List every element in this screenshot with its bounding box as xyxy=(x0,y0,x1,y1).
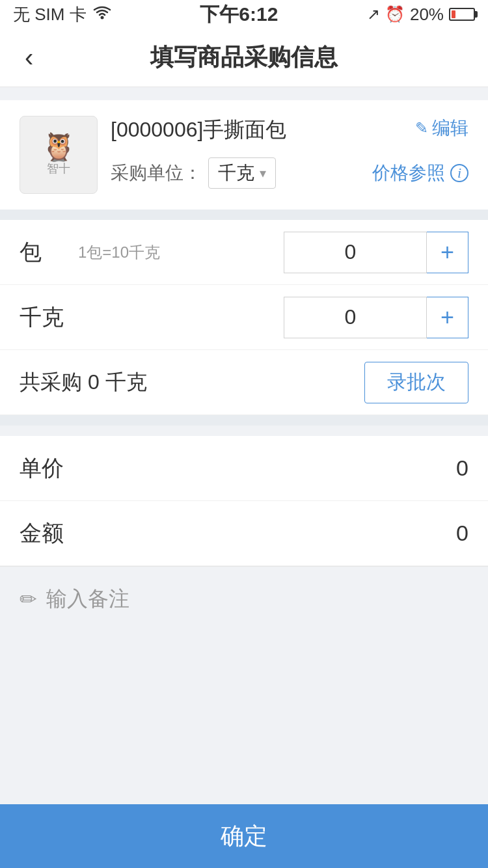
back-button[interactable]: ‹ xyxy=(18,36,40,79)
battery-icon xyxy=(449,8,475,21)
status-time: 下午6:12 xyxy=(200,1,278,28)
edit-button[interactable]: ✎ 编辑 xyxy=(415,116,468,141)
bag-sub-label: 1包=10千克 xyxy=(78,242,284,263)
product-info: [0000006]手撕面包 ✎ 编辑 采购单位： 千克 ▾ 价格参照 i xyxy=(111,116,468,189)
chevron-down-icon: ▾ xyxy=(260,165,266,181)
price-section: 单价 0 金额 0 xyxy=(0,436,488,566)
section-divider-1 xyxy=(0,210,488,220)
content-fill xyxy=(0,632,488,827)
unit-price-label: 单价 xyxy=(20,454,64,483)
confirm-label: 确定 xyxy=(221,821,267,852)
input-section: 包 1包=10千克 + 千克 + 共采购 0 千克 录批次 xyxy=(0,220,488,415)
kg-field-wrapper: + xyxy=(284,297,468,338)
nav-bar: ‹ 填写商品采购信息 xyxy=(0,29,488,87)
bag-input[interactable] xyxy=(284,232,427,273)
edit-label: 编辑 xyxy=(432,116,468,141)
unit-label: 采购单位： xyxy=(111,161,202,185)
product-header: [0000006]手撕面包 ✎ 编辑 xyxy=(111,116,468,144)
product-unit-row: 采购单位： 千克 ▾ 价格参照 i xyxy=(111,157,468,189)
remark-placeholder: 输入备注 xyxy=(46,585,129,614)
total-row: 共采购 0 千克 录批次 xyxy=(0,350,488,415)
bag-label: 包 xyxy=(20,237,72,267)
unit-value: 千克 xyxy=(218,161,254,185)
kg-label: 千克 xyxy=(20,303,72,332)
edit-icon: ✎ xyxy=(415,119,428,137)
kg-input[interactable] xyxy=(284,297,427,338)
no-sim-text: 无 SIM 卡 xyxy=(13,3,87,26)
product-image: 🦉 智十 xyxy=(20,116,98,194)
remark-section[interactable]: ✏ 输入备注 xyxy=(0,566,488,632)
bag-plus-button[interactable]: + xyxy=(427,232,468,273)
status-left: 无 SIM 卡 xyxy=(13,3,111,26)
info-icon: i xyxy=(450,164,468,182)
wifi-icon xyxy=(93,5,111,25)
section-divider-2 xyxy=(0,415,488,426)
alarm-icon: ⏰ xyxy=(385,5,405,23)
product-logo: 🦉 xyxy=(42,133,75,161)
amount-row: 金额 0 xyxy=(0,501,488,566)
svg-point-0 xyxy=(100,16,103,19)
bag-field-wrapper: + xyxy=(284,232,468,273)
price-ref-label: 价格参照 xyxy=(372,161,445,185)
batch-button[interactable]: 录批次 xyxy=(364,362,468,403)
product-logo-sub: 智十 xyxy=(42,161,75,176)
amount-label: 金额 xyxy=(20,519,64,549)
page-title: 填写商品采购信息 xyxy=(150,42,338,74)
unit-select[interactable]: 千克 ▾ xyxy=(208,157,276,189)
status-right: ↗ ⏰ 20% xyxy=(367,5,475,25)
unit-price-value: 0 xyxy=(456,455,468,481)
confirm-button[interactable]: 确定 xyxy=(0,804,488,868)
location-icon: ↗ xyxy=(367,5,380,23)
amount-value: 0 xyxy=(456,521,468,546)
total-text: 共采购 0 千克 xyxy=(20,368,147,397)
product-name: [0000006]手撕面包 xyxy=(111,116,286,144)
status-bar: 无 SIM 卡 下午6:12 ↗ ⏰ 20% xyxy=(0,0,488,29)
unit-price-row: 单价 0 xyxy=(0,436,488,501)
price-ref-button[interactable]: 价格参照 i xyxy=(372,161,468,185)
kg-plus-button[interactable]: + xyxy=(427,297,468,338)
kg-input-row: 千克 + xyxy=(0,285,488,350)
batch-btn-label: 录批次 xyxy=(387,369,446,396)
battery-pct-text: 20% xyxy=(410,5,444,25)
product-section: 🦉 智十 [0000006]手撕面包 ✎ 编辑 采购单位： 千克 ▾ xyxy=(0,100,488,210)
pencil-icon: ✏ xyxy=(20,587,37,612)
bag-input-row: 包 1包=10千克 + xyxy=(0,220,488,285)
